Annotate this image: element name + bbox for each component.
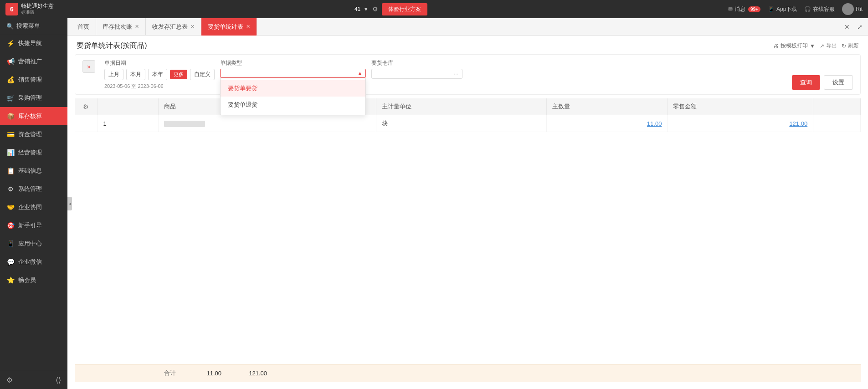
sidebar-item-membership[interactable]: ⭐ 畅会员: [0, 271, 67, 289]
sidebar-item-system[interactable]: ⚙ 系统管理: [0, 180, 67, 198]
sidebar-settings-icon[interactable]: ⚙: [6, 376, 13, 384]
doc-type-arrow-icon[interactable]: ▲: [357, 70, 363, 77]
app-sub: 标准版: [21, 9, 54, 15]
td-index: 1: [98, 115, 159, 132]
sidebar-item-enterprise[interactable]: 🤝 企业协同: [0, 198, 67, 216]
refresh-action[interactable]: ↻ 刷新: [842, 42, 859, 50]
search-label: 搜索菜单: [16, 22, 40, 30]
online-service-action[interactable]: 🎧 在线客服: [804, 5, 835, 13]
sidebar-item-quick-nav[interactable]: ⚡ 快捷导航: [0, 34, 67, 52]
logo-icon: 6: [5, 3, 18, 15]
table-header-row: ⚙ 商品 主计量单位 主数量 零售金额: [75, 98, 861, 115]
table-row: 1 块 11.00 121.00: [75, 115, 861, 132]
sidebar-item-purchase[interactable]: 🛒 采购管理: [0, 89, 67, 107]
sidebar-item-label: 企业协同: [18, 203, 42, 211]
sidebar-bottom: ⚙ ⟨⟩: [0, 371, 67, 389]
doc-type-dropdown: 要货单要货 要货单退货: [220, 78, 366, 115]
trial-button[interactable]: 体验行业方案: [382, 3, 427, 15]
sidebar-collapse-button[interactable]: ◂: [67, 197, 72, 210]
export-label: 导出: [826, 42, 837, 50]
print-dropdown-icon: ▼: [810, 43, 815, 49]
page-actions: 🖨 按模板打印 ▼ ↗ 导出 ↻ 刷新: [773, 42, 859, 50]
dropdown-item-order-return[interactable]: 要货单退货: [221, 97, 365, 113]
tab-collect-label: 收发存汇总表: [152, 23, 188, 31]
prev-month-button[interactable]: 上月: [104, 69, 123, 80]
filter-expand-button[interactable]: »: [82, 60, 95, 73]
tab-collect-summary[interactable]: 收发存汇总表 ✕: [146, 18, 201, 36]
export-icon: ↗: [820, 43, 824, 49]
sidebar-item-inventory[interactable]: 📦 库存核算: [0, 107, 67, 125]
finance-icon: 💳: [6, 130, 15, 138]
th-quantity: 主数量: [546, 98, 668, 115]
phone-icon: 📱: [768, 6, 775, 12]
printer-icon: 🖨: [773, 43, 779, 49]
search-icon: 🔍: [6, 23, 14, 30]
page-title-bar: 要货单统计表(按商品) 🖨 按模板打印 ▼ ↗ 导出 ↻ 刷新: [67, 36, 868, 54]
tab-close-all-button[interactable]: ✕: [842, 22, 852, 31]
company-selector[interactable]: 41 ▼: [354, 6, 369, 12]
tab-bar-actions: ✕ ⤢: [842, 22, 864, 31]
tab-batch-account[interactable]: 库存批次账 ✕: [96, 18, 146, 36]
header-settings-icon[interactable]: ⚙: [372, 5, 378, 13]
guide-icon: 🎯: [6, 221, 15, 230]
doc-type-label: 单据类型: [220, 59, 366, 67]
sidebar-item-label: 采购管理: [18, 94, 42, 102]
tab-collect-close-icon[interactable]: ✕: [190, 24, 195, 30]
date-filter-row: 上月 本月 本年 更多 自定义: [104, 69, 215, 80]
operations-icon: 📊: [6, 148, 15, 157]
main-layout: 🔍 搜索菜单 ⚡ 快捷导航 📢 营销推广 💰 销售管理 🛒 采购管理 📦: [0, 18, 868, 389]
sidebar-item-label: 经营管理: [18, 148, 42, 157]
more-badge[interactable]: 更多: [170, 70, 187, 79]
td-quantity[interactable]: 11.00: [546, 115, 668, 132]
table-footer: 合计 11.00 121.00: [75, 364, 861, 382]
tab-order-summary[interactable]: 要货单统计表 ✕: [201, 18, 257, 36]
warehouse-input[interactable]: [375, 71, 454, 77]
sidebar-search[interactable]: 🔍 搜索菜单: [0, 18, 67, 34]
custom-date-button[interactable]: 自定义: [190, 69, 215, 80]
export-action[interactable]: ↗ 导出: [820, 42, 837, 50]
tab-order-label: 要货单统计表: [208, 23, 243, 31]
settings-button[interactable]: 设置: [824, 75, 853, 90]
user-area[interactable]: Rit: [842, 3, 863, 15]
purchase-icon: 🛒: [6, 94, 15, 102]
sidebar-item-operations[interactable]: 📊 经营管理: [0, 143, 67, 162]
wechat-icon: 💬: [6, 258, 15, 266]
date-filter-field: 单据日期 上月 本月 本年 更多 自定义 2023-05-06 至 2023-0…: [104, 59, 215, 90]
app-center-icon: 📱: [6, 240, 15, 248]
app-download-action[interactable]: 📱 App下载: [768, 5, 797, 13]
dropdown-arrow-icon: ▼: [363, 6, 369, 12]
dropdown-item-order-goods[interactable]: 要货单要货: [221, 80, 365, 97]
tab-expand-button[interactable]: ⤢: [855, 22, 864, 31]
app-name: 畅捷通好生意: [21, 3, 54, 9]
doc-type-input-row[interactable]: ▲: [220, 69, 366, 78]
curr-year-button[interactable]: 本年: [148, 69, 167, 80]
sidebar-collapse-icon[interactable]: ⟨⟩: [56, 376, 61, 384]
table-settings-icon[interactable]: ⚙: [83, 103, 89, 110]
print-action[interactable]: 🖨 按模板打印 ▼: [773, 42, 815, 50]
tab-order-close-icon[interactable]: ✕: [246, 24, 250, 30]
query-button[interactable]: 查询: [792, 75, 820, 90]
warehouse-label: 要货仓库: [371, 59, 462, 67]
sidebar-item-sales[interactable]: 💰 销售管理: [0, 71, 67, 89]
td-amount[interactable]: 121.00: [668, 115, 813, 132]
sidebar-item-finance[interactable]: 💳 资金管理: [0, 125, 67, 143]
tab-home[interactable]: 首页: [71, 18, 96, 36]
filter-bar: » 单据日期 上月 本月 本年 更多 自定义 2023-05-06 至 2023: [75, 54, 861, 95]
sidebar-item-basic-info[interactable]: 📋 基础信息: [0, 162, 67, 180]
logo-area: 6 畅捷通好生意 标准版: [5, 3, 54, 15]
warehouse-more-icon[interactable]: ···: [454, 71, 458, 77]
tab-bar: 首页 库存批次账 ✕ 收发存汇总表 ✕ 要货单统计表 ✕ ✕ ⤢: [67, 18, 868, 36]
sidebar-item-label: 新手引导: [18, 221, 42, 230]
sidebar-item-marketing[interactable]: 📢 营销推广: [0, 52, 67, 71]
notifications-action[interactable]: ✉ 消息 99+: [728, 5, 760, 13]
curr-month-button[interactable]: 本月: [126, 69, 145, 80]
tab-batch-close-icon[interactable]: ✕: [135, 24, 139, 30]
notifications-badge: 99+: [748, 6, 760, 12]
warehouse-input-row[interactable]: ···: [371, 69, 462, 79]
enterprise-icon: 🤝: [6, 203, 15, 211]
sidebar-item-wechat[interactable]: 💬 企业微信: [0, 253, 67, 271]
doc-type-input[interactable]: [223, 70, 357, 77]
sidebar-item-guide[interactable]: 🎯 新手引导: [0, 216, 67, 235]
sidebar-item-app-center[interactable]: 📱 应用中心: [0, 235, 67, 253]
sidebar-item-label: 库存核算: [18, 112, 42, 120]
